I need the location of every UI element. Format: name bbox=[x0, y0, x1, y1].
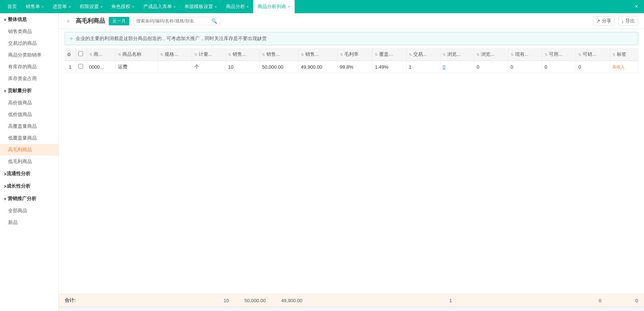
nav-close-商品分析[interactable]: × bbox=[247, 4, 249, 9]
nav-item-首页[interactable]: 首页 bbox=[3, 0, 21, 13]
sidebar-item-高毛利商品[interactable]: 高毛利商品 bbox=[0, 144, 58, 156]
date-filter-button[interactable]: 近一月 bbox=[109, 17, 129, 25]
col-header-current_stock[interactable]: ⇅现有... bbox=[508, 48, 542, 61]
nav-item-商品分析[interactable]: 商品分析 × bbox=[222, 0, 253, 13]
sort-icon: ⇅ bbox=[194, 53, 197, 57]
nav-item-角色授权[interactable]: 角色授权 × bbox=[107, 0, 138, 13]
sidebar-item-高价值商品[interactable]: 高价值商品 bbox=[0, 97, 58, 109]
col-header-checkbox[interactable] bbox=[76, 48, 87, 61]
col-header-sales_qty[interactable]: ⇅销售... bbox=[226, 48, 259, 61]
sidebar-item-全部商品[interactable]: 全部商品 bbox=[0, 205, 58, 217]
footer-transaction: 1 bbox=[422, 298, 452, 303]
col-header-gross_rate[interactable]: ⇅毛利率 bbox=[337, 48, 373, 61]
cell-sales_qty: 10 bbox=[226, 61, 259, 73]
col-header-unit[interactable]: ⇅计量... bbox=[192, 48, 226, 61]
cell-unit: 个 bbox=[192, 61, 226, 73]
sort-icon: ⇅ bbox=[409, 53, 412, 57]
cell-sellable: 0 bbox=[576, 61, 610, 73]
col-header-code[interactable]: ⇅商... bbox=[87, 48, 116, 61]
col-header-available_stock[interactable]: ⇅可用... bbox=[542, 48, 576, 61]
col-header-sales_profit[interactable]: ⇅销售... bbox=[299, 48, 338, 61]
nav-close-权限设置[interactable]: × bbox=[100, 4, 102, 9]
cell-name: 运费 bbox=[116, 61, 158, 73]
nav-item-销售单[interactable]: 销售单 × bbox=[21, 0, 48, 13]
sort-icon: ⇅ bbox=[89, 53, 92, 57]
footer-sales-amount: 50,000.00 bbox=[236, 298, 266, 303]
col-header-coverage[interactable]: ⇅覆盖... bbox=[373, 48, 406, 61]
sidebar-item-销售类商品[interactable]: 销售类商品 bbox=[0, 26, 58, 37]
sidebar-item-低毛利商品[interactable]: 低毛利商品 bbox=[0, 156, 58, 167]
sidebar-item-商品分类助销率[interactable]: 商品分类助销率 bbox=[0, 49, 58, 61]
sidebar-item-低价值商品[interactable]: 低价值商品 bbox=[0, 109, 58, 120]
nav-item-权限设置[interactable]: 权限设置 × bbox=[75, 0, 107, 13]
select-all-checkbox[interactable] bbox=[78, 51, 83, 56]
tag-label: 高收入 bbox=[612, 65, 625, 69]
sidebar-section-贡献量分析[interactable]: ∨贡献量分析 bbox=[0, 84, 58, 97]
col-header-tag[interactable]: ⇅标签 bbox=[610, 48, 638, 61]
nav-item-商品分析列表[interactable]: 商品分析列表 × bbox=[253, 0, 294, 13]
col-header-sellable[interactable]: ⇅可销... bbox=[576, 48, 610, 61]
sidebar-section-整体信息[interactable]: ∨整体信息 bbox=[0, 13, 58, 26]
col-header-index[interactable]: ⚙ bbox=[65, 48, 76, 61]
col-header-transaction[interactable]: ⇅交易... bbox=[406, 48, 440, 61]
footer-current-stock: 0 bbox=[572, 298, 601, 303]
table-container: ⚙⇅商...⇅商品名称⇅规格...⇅计量...⇅销售...⇅销售...⇅销售..… bbox=[65, 48, 638, 294]
collapse-sidebar-btn[interactable]: « bbox=[65, 17, 72, 25]
nav-close-商品分析列表[interactable]: × bbox=[288, 4, 290, 9]
browse1-link[interactable]: 0 bbox=[443, 64, 445, 70]
sidebar-section-label: 整体信息 bbox=[8, 16, 27, 23]
search-input[interactable] bbox=[136, 18, 210, 23]
col-header-browse1[interactable]: ⇅浏览... bbox=[440, 48, 474, 61]
main-layout: ∨整体信息销售类商品交易过的商品商品分类助销率有库存的商品库存资金占用∨贡献量分… bbox=[0, 13, 644, 311]
footer-label: 合计: bbox=[65, 297, 76, 304]
nav-close-角色授权[interactable]: × bbox=[132, 4, 134, 9]
nav-close-销售单[interactable]: × bbox=[42, 4, 44, 9]
content-area: « 高毛利商品 近一月 🔍 ↗ 分享 ↓ 导出 ✧ 企业的主要的利润都是这部分商… bbox=[59, 13, 644, 311]
sidebar-section-label: 贡献量分析 bbox=[8, 87, 32, 94]
nav-close-进货单[interactable]: × bbox=[68, 4, 71, 9]
sidebar-item-交易过的商品[interactable]: 交易过的商品 bbox=[0, 37, 58, 49]
sort-icon: ⇅ bbox=[375, 53, 378, 57]
sidebar-item-低覆盖量商品[interactable]: 低覆盖量商品 bbox=[0, 132, 58, 144]
sidebar: ∨整体信息销售类商品交易过的商品商品分类助销率有库存的商品库存资金占用∨贡献量分… bbox=[0, 13, 59, 311]
col-header-sales_amount[interactable]: ⇅销售... bbox=[260, 48, 299, 61]
sidebar-item-库存资金占用[interactable]: 库存资金占用 bbox=[0, 73, 58, 84]
col-label-spec: 规格... bbox=[165, 51, 178, 57]
sidebar-item-新品[interactable]: 新品 bbox=[0, 217, 58, 228]
cell-tag[interactable]: 高收入 bbox=[610, 61, 638, 73]
nav-item-单据模板设置[interactable]: 单据模板设置 × bbox=[180, 0, 221, 13]
export-label: 导出 bbox=[625, 18, 635, 24]
col-header-name[interactable]: ⇅商品名称 bbox=[116, 48, 158, 61]
cell-coverage: 1.49% bbox=[373, 61, 406, 73]
share-button[interactable]: ↗ 分享 bbox=[593, 16, 615, 26]
share-label: 分享 bbox=[602, 18, 611, 24]
table-row: 10000...运费个1050,000.0049,900.0099.8%1.49… bbox=[65, 61, 638, 73]
arrow-icon: > bbox=[4, 171, 7, 177]
table-footer: 合计: 10 50,000.00 49,900.00 1 0 0 bbox=[59, 294, 644, 307]
settings-icon[interactable]: ⚙ bbox=[67, 52, 71, 57]
nav-item-产成品入库单[interactable]: 产成品入库单 × bbox=[139, 0, 180, 13]
content-header: « 高毛利商品 近一月 🔍 ↗ 分享 ↓ 导出 bbox=[59, 13, 644, 29]
chevron-icon: ∨ bbox=[4, 89, 6, 93]
sidebar-section-营销推广分析[interactable]: ∨营销推广分析 bbox=[0, 192, 58, 205]
horizontal-scrollbar[interactable] bbox=[59, 307, 644, 311]
sidebar-item-高覆盖量商品[interactable]: 高覆盖量商品 bbox=[0, 120, 58, 132]
col-label-sales_qty: 销售... bbox=[233, 51, 246, 57]
cell-browse1[interactable]: 0 bbox=[440, 61, 474, 73]
export-button[interactable]: ↓ 导出 bbox=[618, 16, 638, 26]
sidebar-section-成长性分析[interactable]: >成长性分析 bbox=[0, 180, 58, 192]
col-header-spec[interactable]: ⇅规格... bbox=[158, 48, 192, 61]
col-label-tag: 标签 bbox=[617, 51, 626, 57]
cell-browse2: 0 bbox=[474, 61, 508, 73]
col-label-current_stock: 现有... bbox=[515, 51, 529, 57]
col-header-browse2[interactable]: ⇅浏览... bbox=[474, 48, 508, 61]
search-icon[interactable]: 🔍 bbox=[211, 18, 217, 24]
sort-icon: ⇅ bbox=[340, 53, 343, 57]
nav-close-产成品入库单[interactable]: × bbox=[173, 4, 176, 9]
sidebar-section-流通性分析[interactable]: >流通性分析 bbox=[0, 167, 58, 180]
close-all-tabs[interactable]: × bbox=[632, 3, 641, 10]
nav-close-单据模板设置[interactable]: × bbox=[215, 4, 217, 9]
sidebar-item-有库存的商品[interactable]: 有库存的商品 bbox=[0, 61, 58, 73]
row-checkbox[interactable] bbox=[78, 64, 83, 69]
nav-item-进货单[interactable]: 进货单 × bbox=[48, 0, 75, 13]
